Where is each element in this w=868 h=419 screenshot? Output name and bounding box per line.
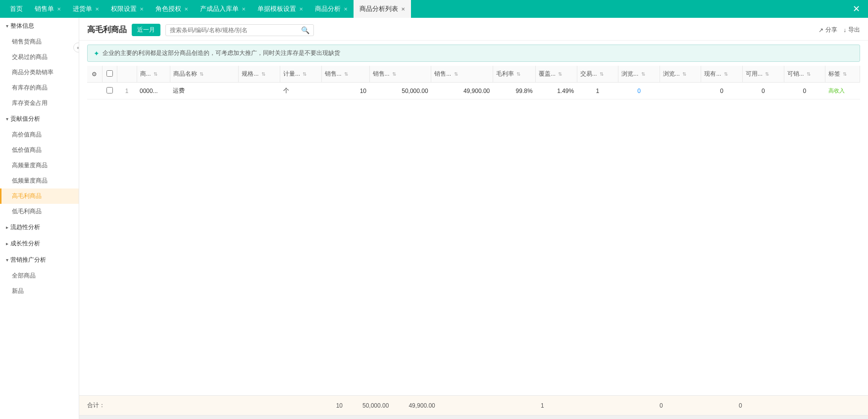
sidebar-item-stocked-goods[interactable]: 有库存的商品: [0, 80, 79, 95]
sidebar: « ▾ 整体信息 销售货商品 交易过的商品 商品分类助销率 有库存的商品 库存资…: [0, 18, 79, 419]
th-sales-amount[interactable]: 销售... ⇅: [369, 66, 431, 83]
nav-product-analysis[interactable]: 商品分析 ✕: [309, 0, 354, 18]
sidebar-group-treasure-analysis[interactable]: ▾ 贡献值分析: [0, 111, 79, 127]
close-product-entry[interactable]: ✕: [242, 6, 246, 12]
search-box[interactable]: 🔍: [165, 24, 314, 36]
th-trade[interactable]: 交易... ⇅: [577, 66, 618, 83]
td-unit: 个: [280, 83, 322, 99]
nav-home[interactable]: 首页: [4, 0, 29, 18]
share-icon: ↗: [818, 27, 823, 34]
th-sales-qty[interactable]: 销售... ⇅: [321, 66, 369, 83]
th-tag[interactable]: 标签 ⇅: [825, 66, 860, 83]
th-available2[interactable]: 可用... ⇅: [742, 66, 784, 83]
search-icon: 🔍: [301, 26, 309, 34]
th-checkbox[interactable]: [102, 66, 117, 83]
td-available2: 0: [742, 83, 784, 99]
sidebar-item-high-value[interactable]: 高价值商品: [0, 127, 79, 142]
main-layout: « ▾ 整体信息 销售货商品 交易过的商品 商品分类助销率 有库存的商品 库存资…: [0, 18, 868, 419]
th-sales-cost[interactable]: 销售... ⇅: [431, 66, 493, 83]
sidebar-item-traded-goods[interactable]: 交易过的商品: [0, 49, 79, 65]
nav-permissions[interactable]: 权限设置 ✕: [105, 0, 150, 18]
close-product-analysis[interactable]: ✕: [344, 6, 348, 12]
td-browse1[interactable]: 0: [618, 83, 660, 99]
sidebar-item-new-goods[interactable]: 新品: [0, 283, 79, 299]
sort-icon-browse2: ⇅: [682, 71, 686, 77]
sidebar-item-low-value[interactable]: 低价值商品: [0, 142, 79, 158]
sort-icon-sales-amount: ⇅: [392, 71, 396, 77]
th-gross-margin[interactable]: 毛利率 ⇅: [493, 66, 535, 83]
table-footer: 合计： 10 50,000.00 49,900.00 1 0 0: [79, 395, 868, 415]
top-navigation: 首页 销售单 ✕ 进货单 ✕ 权限设置 ✕ 角色授权 ✕ 产成品入库单 ✕ 单据…: [0, 0, 868, 18]
sort-icon-coverage: ⇅: [558, 71, 562, 77]
td-sales-qty: 10: [321, 83, 369, 99]
sidebar-item-analysis-helper[interactable]: 商品分类助销率: [0, 65, 79, 80]
footer-available1: 0: [633, 402, 673, 409]
th-available1[interactable]: 现有... ⇅: [701, 66, 743, 83]
sort-icon-code: ⇅: [153, 71, 157, 77]
nav-product-analysis-list[interactable]: 商品分析列表 ✕: [354, 0, 411, 18]
share-button[interactable]: ↗ 分享: [818, 26, 837, 34]
filter-recent-month-button[interactable]: 近一月: [132, 24, 160, 36]
th-settings[interactable]: ⚙: [87, 66, 102, 83]
nav-sales-order[interactable]: 销售单 ✕: [29, 0, 67, 18]
td-checkbox[interactable]: [102, 83, 117, 99]
sort-icon-available2: ⇅: [765, 71, 769, 77]
sidebar-item-low-margin[interactable]: 低毛利商品: [0, 204, 79, 219]
th-coverage[interactable]: 覆盖... ⇅: [536, 66, 577, 83]
sidebar-item-high-freq[interactable]: 高频量度商品: [0, 158, 79, 173]
td-gross-margin: 99.8%: [493, 83, 535, 99]
sidebar-group-marketing-analysis[interactable]: ▾ 营销推广分析: [0, 252, 79, 268]
search-input[interactable]: [170, 27, 301, 34]
close-purchase-order[interactable]: ✕: [95, 6, 99, 12]
close-roles[interactable]: ✕: [184, 6, 188, 12]
sort-icon-sellable: ⇅: [807, 71, 811, 77]
td-spec: [239, 83, 280, 99]
sort-icon-sales-qty: ⇅: [344, 71, 348, 77]
sort-icon-sales-cost: ⇅: [454, 71, 458, 77]
td-sellable: 0: [784, 83, 825, 99]
close-permissions[interactable]: ✕: [140, 6, 144, 12]
sidebar-item-capital-occupation[interactable]: 库存资金占用: [0, 95, 79, 111]
row-checkbox[interactable]: [106, 87, 113, 93]
close-sales-order[interactable]: ✕: [57, 6, 61, 12]
td-available1: 0: [701, 83, 743, 99]
window-close-button[interactable]: ✕: [849, 3, 864, 14]
sidebar-item-low-freq[interactable]: 低频量度商品: [0, 173, 79, 188]
sidebar-group-overall-info[interactable]: ▾ 整体信息: [0, 18, 79, 34]
chevron-right-icon-2: ▸: [6, 241, 8, 246]
th-browse1[interactable]: 浏览... ⇅: [618, 66, 660, 83]
nav-product-entry[interactable]: 产成品入库单 ✕: [194, 0, 252, 18]
th-seq: [117, 66, 137, 83]
sort-icon-browse1: ⇅: [641, 71, 645, 77]
th-unit[interactable]: 计量... ⇅: [280, 66, 322, 83]
th-browse2[interactable]: 浏览... ⇅: [660, 66, 701, 83]
info-banner: ✦ 企业的主要的利润都是这部分商品创造的，可考虑加大推广，同时关注库存是不要出现…: [87, 45, 860, 62]
sidebar-item-all-goods[interactable]: 全部商品: [0, 268, 79, 283]
info-icon: ✦: [94, 49, 100, 57]
sidebar-group-trend-analysis[interactable]: ▸ 流趋性分析: [0, 219, 79, 235]
close-template-settings[interactable]: ✕: [299, 6, 303, 12]
select-all-checkbox[interactable]: [106, 70, 113, 77]
export-button[interactable]: ↓ 导出: [843, 26, 860, 34]
th-code[interactable]: 商... ⇅: [137, 66, 170, 83]
sort-icon-trade: ⇅: [600, 71, 604, 77]
chevron-down-icon-3: ▾: [6, 257, 8, 263]
chevron-down-icon: ▾: [6, 23, 8, 29]
sidebar-item-sales-goods[interactable]: 销售货商品: [0, 34, 79, 49]
close-product-analysis-list[interactable]: ✕: [401, 6, 405, 12]
table-container[interactable]: ⚙ 商... ⇅ 商品名称 ⇅: [79, 66, 868, 395]
sidebar-group-growth-analysis[interactable]: ▸ 成长性分析: [0, 235, 79, 252]
sort-icon-name: ⇅: [200, 71, 204, 77]
th-sellable[interactable]: 可销... ⇅: [784, 66, 825, 83]
td-sales-amount: 50,000.00: [369, 83, 431, 99]
th-name[interactable]: 商品名称 ⇅: [170, 66, 238, 83]
nav-template-settings[interactable]: 单据模板设置 ✕: [252, 0, 309, 18]
table-body: 1 0000... 运费 个 10 50,000.00 49,900.00 99…: [87, 83, 860, 99]
nav-purchase-order[interactable]: 进货单 ✕: [67, 0, 105, 18]
nav-roles[interactable]: 角色授权 ✕: [150, 0, 194, 18]
sidebar-item-high-margin[interactable]: 高毛利商品: [0, 188, 79, 204]
tag-badge: 高收入: [828, 88, 845, 93]
bottom-scrollbar[interactable]: [79, 415, 868, 419]
th-spec[interactable]: 规格... ⇅: [239, 66, 280, 83]
table-row: 1 0000... 运费 个 10 50,000.00 49,900.00 99…: [87, 83, 860, 99]
